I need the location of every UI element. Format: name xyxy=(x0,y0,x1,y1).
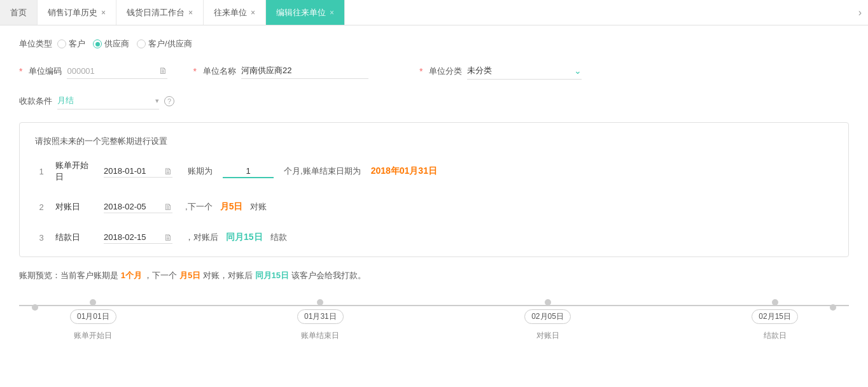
tab-cash-work-label: 钱货日清工作台 xyxy=(127,7,185,18)
tab-edit-partner[interactable]: 编辑往来单位 × xyxy=(266,0,345,25)
timeline-dot-4 xyxy=(772,299,778,306)
timeline-node-4: 02月15日 结款日 xyxy=(752,299,798,341)
row-num-3: 3 xyxy=(35,233,48,243)
preview-part6: 该客户会给我打款。 xyxy=(291,271,366,280)
payment-desc-pre: ，对账后 xyxy=(185,232,218,243)
setting-row-3: 3 结款日 🗎 ，对账后 同月15日 结款 xyxy=(35,231,833,244)
timeline-label-3: 02月05日 xyxy=(524,309,571,324)
row-num-2: 2 xyxy=(35,202,48,212)
start-date-calendar-icon[interactable]: 🗎 xyxy=(164,166,172,176)
timeline-sub-1: 账单开始日 xyxy=(74,330,112,341)
unit-code-input[interactable] xyxy=(67,64,156,78)
unit-code-input-wrap: 🗎 xyxy=(67,64,167,79)
setting-row-1: 1 账单开始日 🗎 账期为 个月,账单结束日期为 2018年01月31日 xyxy=(35,160,833,183)
unit-category-group: * 单位分类 未分类 ⌄ xyxy=(419,62,582,80)
radio-both[interactable]: 客户/供应商 xyxy=(137,38,192,50)
preview-part3: 月5日 xyxy=(179,271,200,280)
radio-both-circle xyxy=(137,39,146,48)
timeline-sub-4: 结款日 xyxy=(764,330,787,341)
timeline-dot-1 xyxy=(90,299,96,306)
tab-edit-partner-close[interactable]: × xyxy=(330,8,334,17)
row-label-1: 账单开始日 xyxy=(55,160,96,183)
payment-date-input[interactable] xyxy=(104,231,161,243)
category-chevron-icon: ⌄ xyxy=(574,66,582,76)
timeline-sub-3: 对账日 xyxy=(536,330,559,341)
unit-name-input[interactable] xyxy=(241,64,368,79)
tab-more-arrow[interactable]: › xyxy=(852,7,868,18)
preview-label: 账期预览：当前客户账期是 xyxy=(19,271,118,280)
timeline-start-dot xyxy=(32,304,38,311)
unit-type-label: 单位类型 xyxy=(19,38,52,50)
start-date-input-wrap: 🗎 xyxy=(104,165,172,178)
timeline-label-1: 01月01日 xyxy=(70,309,116,324)
settings-panel: 请按照未来的一个完整帐期进行设置 1 账单开始日 🗎 账期为 个月,账单结束日期… xyxy=(19,122,849,257)
radio-customer[interactable]: 客户 xyxy=(57,38,85,50)
period-input[interactable] xyxy=(223,165,274,178)
tab-home[interactable]: 首页 xyxy=(0,0,38,25)
name-star: * xyxy=(193,66,196,76)
unit-category-select[interactable]: 未分类 ⌄ xyxy=(467,62,582,80)
timeline-dot-2 xyxy=(317,299,323,306)
radio-supplier[interactable]: 供应商 xyxy=(93,38,129,50)
reconcile-date-input-wrap: 🗎 xyxy=(104,201,172,213)
reconcile-day: 月5日 xyxy=(220,201,243,213)
unit-type-radio-group: 客户 供应商 客户/供应商 xyxy=(57,38,192,50)
period-unit: 个月,账单结束日期为 xyxy=(284,165,361,177)
timeline-label-4: 02月15日 xyxy=(752,309,798,324)
tab-sales-order-close[interactable]: × xyxy=(101,8,106,17)
row-label-2: 对账日 xyxy=(55,201,96,213)
payment-select-value: 月结 xyxy=(57,95,153,106)
radio-supplier-circle xyxy=(93,39,102,48)
timeline-nodes: 01月01日 账单开始日 01月31日 账单结束日 02月05日 对账日 xyxy=(32,299,836,341)
payment-date-calendar-icon[interactable]: 🗎 xyxy=(164,232,172,243)
preview-part4: 对账，对账后 xyxy=(203,271,253,280)
unit-info-row: * 单位编码 🗎 * 单位名称 * 单位分类 未分类 ⌄ xyxy=(19,62,849,80)
preview-part1: 1个月 xyxy=(121,271,142,280)
reconcile-date-calendar-icon[interactable]: 🗎 xyxy=(164,202,172,212)
reconcile-desc-pre: ,下一个 xyxy=(185,201,213,213)
panel-title: 请按照未来的一个完整帐期进行设置 xyxy=(35,136,833,147)
radio-customer-circle xyxy=(57,39,66,48)
reconcile-desc-post: 对账 xyxy=(250,201,267,213)
tab-cash-work[interactable]: 钱货日清工作台 × xyxy=(116,0,204,25)
unit-name-label: 单位名称 xyxy=(203,66,236,77)
reconcile-date-input[interactable] xyxy=(104,201,161,213)
tab-partners-close[interactable]: × xyxy=(251,8,255,17)
unit-category-value: 未分类 xyxy=(467,65,574,76)
payment-date-input-wrap: 🗎 xyxy=(104,231,172,244)
unit-code-icon[interactable]: 🗎 xyxy=(158,66,167,76)
tab-sales-order-label: 销售订单历史 xyxy=(48,7,97,18)
payment-day: 同月15日 xyxy=(226,232,263,243)
tab-cash-work-close[interactable]: × xyxy=(188,8,193,17)
timeline-node-2: 01月31日 账单结束日 xyxy=(297,299,344,341)
code-star: * xyxy=(19,66,22,76)
payment-help-icon[interactable]: ? xyxy=(164,96,174,106)
tab-bar: 首页 销售订单历史 × 钱货日清工作台 × 往来单位 × 编辑往来单位 × › xyxy=(0,0,868,25)
timeline-container: 01月01日 账单开始日 01月31日 账单结束日 02月05日 对账日 xyxy=(19,297,849,367)
timeline-end-dot xyxy=(830,304,836,311)
row-num-1: 1 xyxy=(35,167,48,176)
timeline-dot-3 xyxy=(545,299,551,306)
payment-row: 收款条件 月结 ▾ ? xyxy=(19,92,849,109)
preview-part2: ，下一个 xyxy=(144,271,177,280)
start-date-input[interactable] xyxy=(104,165,161,177)
preview-part5: 同月15日 xyxy=(255,271,289,280)
tab-sales-order[interactable]: 销售订单历史 × xyxy=(38,0,116,25)
unit-code-group: * 单位编码 🗎 xyxy=(19,64,167,79)
radio-both-label: 客户/供应商 xyxy=(148,38,192,50)
tab-partners[interactable]: 往来单位 × xyxy=(204,0,266,25)
tab-edit-partner-label: 编辑往来单位 xyxy=(276,7,326,18)
unit-code-label: 单位编码 xyxy=(29,66,62,77)
timeline-label-2: 01月31日 xyxy=(297,309,344,324)
row-label-3: 结款日 xyxy=(55,232,96,243)
preview-text: 账期预览：当前客户账期是 1个月 ，下一个 月5日 对账，对账后 同月15日 该… xyxy=(19,270,849,281)
timeline-sub-2: 账单结束日 xyxy=(301,330,339,341)
unit-category-label: 单位分类 xyxy=(429,66,462,77)
timeline-node-3: 02月05日 对账日 xyxy=(524,299,571,341)
payment-select[interactable]: 月结 ▾ xyxy=(57,92,159,109)
main-content: 单位类型 客户 供应商 客户/供应商 * 单位编码 xyxy=(0,25,868,387)
radio-customer-label: 客户 xyxy=(69,38,85,50)
payment-chevron-icon: ▾ xyxy=(155,97,159,105)
timeline-node-1: 01月01日 账单开始日 xyxy=(70,299,116,341)
tab-home-label: 首页 xyxy=(10,7,27,18)
